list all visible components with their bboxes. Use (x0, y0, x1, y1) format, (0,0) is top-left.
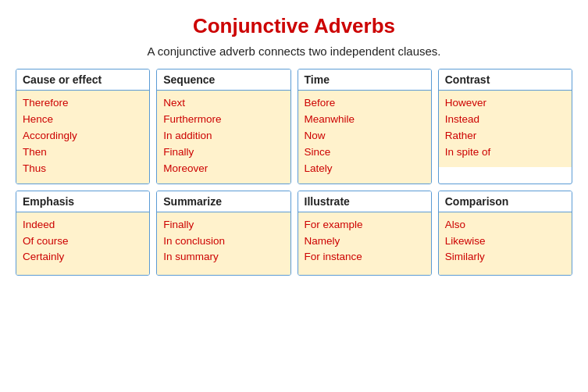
card-item: Finally (163, 144, 283, 161)
subtitle: A conjunctive adverb connects two indepe… (147, 45, 440, 58)
card-header: Illustrate (298, 191, 431, 212)
card-time: TimeBeforeMeanwhileNowSinceLately (298, 69, 432, 184)
card-item: Then (23, 144, 143, 161)
card-body: NextFurthermoreIn additionFinallyMoreove… (157, 91, 290, 184)
card-item: Next (163, 95, 283, 112)
card-body: IndeedOf courseCertainly (16, 212, 149, 275)
card-item: Meanwhile (305, 112, 425, 128)
card-item: Therefore (23, 95, 143, 112)
card-cause-or-effect: Cause or effectThereforeHenceAccordingly… (16, 69, 150, 184)
card-header: Sequence (157, 69, 290, 91)
card-item: Finally (163, 217, 283, 233)
card-item: Now (305, 128, 425, 144)
card-item: Before (305, 95, 425, 112)
card-item: Rather (445, 128, 565, 144)
card-item: Since (305, 144, 425, 161)
card-item: Moreover (163, 161, 283, 177)
card-item: Hence (23, 112, 143, 128)
card-item: Accordingly (23, 128, 143, 144)
card-item: Indeed (23, 217, 143, 233)
card-item: Namely (305, 233, 425, 250)
card-contrast: ContrastHoweverInsteadRatherIn spite of (438, 69, 572, 184)
card-comparison: ComparisonAlsoLikewiseSimilarly (438, 191, 572, 276)
card-item: Of course (23, 233, 143, 250)
card-item: In conclusion (163, 233, 283, 250)
card-item: Thus (23, 161, 143, 177)
page-title: Conjunctive Adverbs (193, 14, 395, 38)
card-body: BeforeMeanwhileNowSinceLately (298, 91, 431, 184)
card-header: Comparison (439, 191, 572, 212)
card-item: Lately (305, 161, 425, 177)
card-summarize: SummarizeFinallyIn conclusionIn summary (156, 191, 290, 276)
card-item: Certainly (23, 249, 143, 265)
card-body: For exampleNamelyFor instance (298, 212, 431, 275)
card-body: FinallyIn conclusionIn summary (157, 212, 290, 275)
card-item: In summary (163, 249, 283, 265)
card-header: Time (298, 69, 431, 91)
card-header: Contrast (439, 69, 572, 91)
card-item: For example (305, 217, 425, 233)
card-item: Furthermore (163, 112, 283, 128)
card-header: Summarize (157, 191, 290, 212)
card-item: Similarly (445, 249, 565, 265)
card-illustrate: IllustrateFor exampleNamelyFor instance (298, 191, 432, 276)
card-item: For instance (305, 249, 425, 265)
card-header: Emphasis (16, 191, 149, 212)
card-body: HoweverInsteadRatherIn spite of (439, 91, 572, 167)
card-item: Instead (445, 112, 565, 128)
card-item: However (445, 95, 565, 112)
cards-grid: Cause or effectThereforeHenceAccordingly… (16, 69, 572, 276)
card-body: ThereforeHenceAccordinglyThenThus (16, 91, 149, 184)
card-header: Cause or effect (16, 69, 149, 91)
card-body: AlsoLikewiseSimilarly (439, 212, 572, 275)
card-item: Likewise (445, 233, 565, 250)
card-item: In spite of (445, 144, 565, 161)
card-item: In addition (163, 128, 283, 144)
card-item: Also (445, 217, 565, 233)
card-emphasis: EmphasisIndeedOf courseCertainly (16, 191, 150, 276)
card-sequence: SequenceNextFurthermoreIn additionFinall… (156, 69, 290, 184)
